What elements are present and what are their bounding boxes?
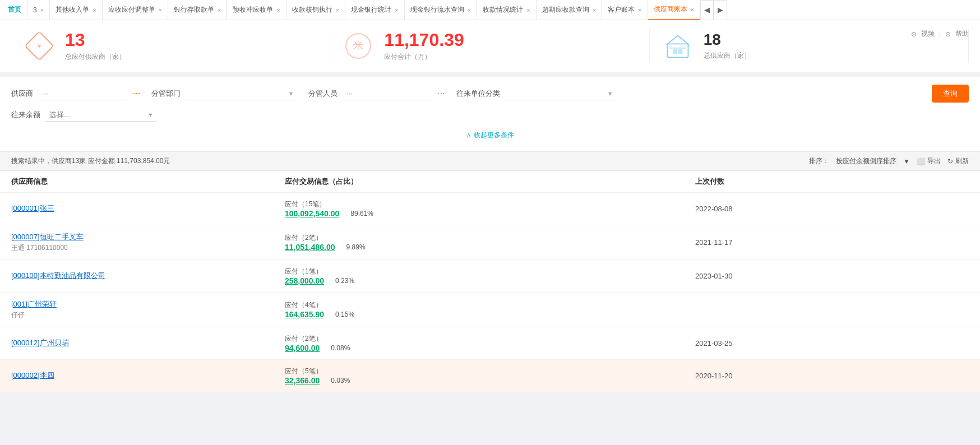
last-pay-1: 2021-11-17	[695, 238, 969, 247]
supplier-dots-icon[interactable]: ···	[133, 89, 140, 99]
table-row: [001]广州荣轩 仔仔 应付（4笔） 164,635.90 0.15%	[0, 293, 980, 327]
payable-percent-1: 9.89%	[346, 243, 366, 251]
balance-dropdown-wrap: ▼	[45, 108, 157, 122]
nav-item-overdue-label: 超期应收款查询	[542, 5, 589, 15]
sort-value[interactable]: 按应付余额倒序排序	[836, 156, 896, 166]
nav-next-arrow[interactable]: ▶	[714, 0, 727, 20]
close-icon-collect-stats[interactable]: ×	[526, 7, 530, 13]
stat-num-total: 18	[704, 31, 751, 49]
payable-cell-0: 应付（15笔） 100,092,540.00 89.61%	[285, 200, 695, 218]
payable-amount-2[interactable]: 258,000.00	[285, 276, 324, 285]
nav-item-overdue[interactable]: 超期应收款查询 ×	[537, 0, 602, 20]
payable-percent-3: 0.15%	[335, 310, 354, 318]
supplier-link-0[interactable]: [000001]张三	[11, 203, 285, 214]
nav-item-other-income[interactable]: 其他收入单 ×	[50, 0, 102, 20]
payable-label-0: 应付（15笔）	[285, 200, 695, 209]
export-icon: ⬜	[917, 157, 925, 165]
payable-amount-3[interactable]: 164,635.90	[285, 310, 324, 319]
close-icon-3[interactable]: ×	[40, 7, 44, 13]
nav-item-supplier-book-label: 供应商账本	[654, 4, 687, 14]
supplier-link-5[interactable]: [000002]李四	[11, 370, 285, 381]
close-icon-customer-book[interactable]: ×	[638, 7, 641, 13]
stat-icon-diamond: ¥	[22, 29, 56, 63]
collapse-bar[interactable]: ∧ 收起更多条件	[11, 127, 969, 143]
payable-label-2: 应付（1笔）	[285, 267, 695, 276]
department-label: 分管部门	[151, 89, 181, 99]
last-pay-4: 2021-03-25	[695, 339, 969, 347]
nav-item-collect-stats[interactable]: 收款情况统计 ×	[477, 0, 536, 20]
payable-amount-0[interactable]: 100,092,540.00	[285, 209, 339, 218]
collapse-label: ∧ 收起更多条件	[466, 131, 514, 139]
department-input[interactable]	[185, 87, 297, 100]
close-icon-overdue[interactable]: ×	[593, 7, 596, 13]
nav-item-customer-book-label: 客户账本	[608, 5, 635, 15]
svg-rect-6	[678, 49, 682, 54]
col-payable-info: 应付交易信息（占比）	[285, 177, 695, 187]
nav-item-collect-stats-label: 收款情况统计	[483, 5, 523, 15]
payable-cell-3: 应付（4笔） 164,635.90 0.15%	[285, 300, 695, 319]
payable-percent-5: 0.03%	[331, 377, 350, 384]
close-icon-supplier-book[interactable]: ×	[691, 6, 694, 13]
nav-prev-arrow[interactable]: ◀	[700, 0, 714, 20]
nav-item-collect[interactable]: 收款核销执行 ×	[286, 0, 345, 20]
supplier-cell-1: [000007]恒旺二手叉车 王通 17106110000	[11, 232, 285, 253]
filter-category: 往来单位分类 ▼	[456, 87, 617, 100]
close-icon-prepay[interactable]: ×	[276, 7, 280, 13]
nav-item-adjust[interactable]: 应收应付调整单 ×	[103, 0, 168, 20]
payable-cell-2: 应付（1笔） 258,000.00 0.23%	[285, 267, 695, 285]
stat-block-payable: 米 11,170.39 应付合计（万）	[330, 29, 649, 63]
payable-cell-5: 应付（5笔） 32,366.00 0.03%	[285, 367, 695, 385]
sort-icon[interactable]: ▼	[903, 157, 910, 165]
help-link[interactable]: 帮助	[955, 29, 969, 39]
category-input[interactable]	[505, 87, 617, 100]
nav-item-prepay[interactable]: 预收冲应收单 ×	[227, 0, 286, 20]
close-icon-adjust[interactable]: ×	[159, 7, 162, 13]
sort-label: 排序：	[809, 156, 829, 166]
search-button[interactable]: 查询	[932, 85, 969, 103]
payable-label-1: 应付（2笔）	[285, 233, 695, 243]
supplier-input[interactable]	[38, 87, 127, 100]
filter-row-1: 供应商 ··· 分管部门 ▼ 分管人员 ··· 往来单位分类 ▼ 查询	[11, 85, 969, 103]
refresh-button[interactable]: ↻ 刷新	[947, 156, 969, 166]
svg-rect-5	[673, 49, 677, 54]
close-icon-bank[interactable]: ×	[218, 7, 221, 13]
close-icon-other-income[interactable]: ×	[93, 7, 96, 13]
last-pay-0: 2022-08-08	[695, 205, 969, 213]
supplier-link-2[interactable]: [000100]本特勤油品有限公司	[11, 271, 285, 281]
balance-input[interactable]	[45, 108, 157, 122]
video-link[interactable]: 视频	[921, 29, 935, 39]
col-last-pay: 上次付数	[695, 177, 969, 187]
person-input[interactable]	[342, 87, 432, 100]
payable-label-4: 应付（2笔）	[285, 334, 695, 344]
payable-amount-1[interactable]: 11,051,486.00	[285, 243, 335, 252]
filter-department: 分管部门 ▼	[151, 87, 297, 100]
filter-balance: 往来余额 ▼	[11, 108, 157, 122]
payable-percent-4: 0.08%	[331, 344, 350, 352]
nav-item-3[interactable]: 3 ×	[27, 0, 50, 20]
table-header: 供应商信息 应付交易信息（占比） 上次付数	[0, 171, 980, 193]
payable-amount-4[interactable]: 94,600.00	[285, 344, 320, 353]
nav-item-customer-book[interactable]: 客户账本 ×	[602, 0, 648, 20]
table-row: [000001]张三 应付（15笔） 100,092,540.00 89.61%…	[0, 193, 980, 225]
svg-text:¥: ¥	[37, 43, 41, 49]
supplier-link-4[interactable]: [000012]广州贝瑞	[11, 338, 285, 348]
supplier-cell-2: [000100]本特勤油品有限公司	[11, 271, 285, 282]
supplier-link-3[interactable]: [001]广州荣轩	[11, 299, 285, 309]
nav-item-cash-flow[interactable]: 现金银行流水查询 ×	[405, 0, 477, 20]
nav-item-cash-stats[interactable]: 现金银行统计 ×	[345, 0, 404, 20]
close-icon-cash-flow[interactable]: ×	[468, 7, 471, 13]
supplier-link-1[interactable]: [000007]恒旺二手叉车	[11, 232, 285, 242]
payable-amount-5[interactable]: 32,366.00	[285, 376, 320, 385]
close-icon-cash-stats[interactable]: ×	[395, 7, 398, 13]
nav-item-bank[interactable]: 银行存取款单 ×	[168, 0, 227, 20]
nav-item-cash-stats-label: 现金银行统计	[351, 5, 391, 15]
person-label: 分管人员	[308, 89, 338, 99]
export-button[interactable]: ⬜ 导出	[917, 156, 941, 166]
nav-item-supplier-book[interactable]: 供应商账本 ×	[648, 0, 700, 20]
nav-item-collect-label: 收款核销执行	[292, 5, 332, 15]
person-dots-icon[interactable]: ···	[437, 89, 445, 99]
nav-item-prepay-label: 预收冲应收单	[233, 5, 273, 15]
close-icon-collect[interactable]: ×	[336, 7, 339, 13]
stat-content-total: 18 总供应商（家）	[704, 31, 751, 61]
nav-home[interactable]: 首页	[2, 0, 27, 20]
